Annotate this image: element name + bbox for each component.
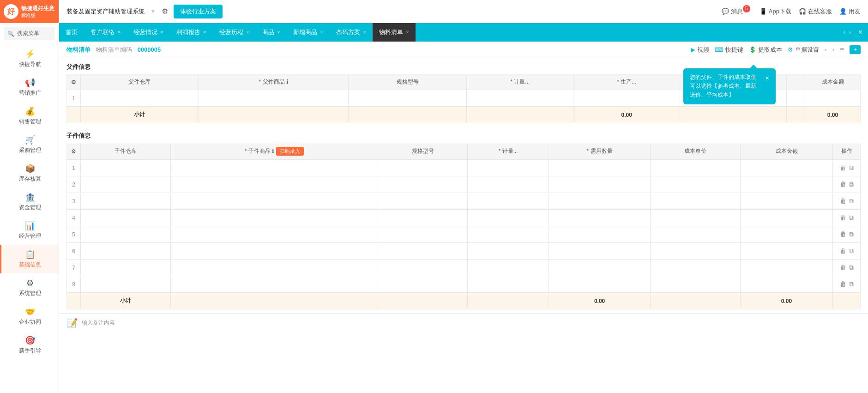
delete-row-button[interactable]: 🗑 [840,164,846,172]
message-button[interactable]: 💬 消息 5 [722,7,752,16]
parent-cell-spec[interactable] [349,90,467,107]
nav-next-arrow[interactable]: › [847,29,853,36]
nav-prev-btn[interactable]: ‹ [825,46,826,53]
settings-icon[interactable]: ⚙ [162,7,168,16]
child-cell-unit-cost[interactable] [651,260,741,276]
tab-profit[interactable]: 利润报告 × [170,23,213,42]
app-download-button[interactable]: 📱 App下载 [760,7,791,16]
tab-close-barcode[interactable]: × [363,29,366,36]
copy-row-button[interactable]: ⧉ [849,214,854,222]
tab-close-operations[interactable]: × [160,29,163,36]
child-cell-warehouse[interactable] [81,276,171,293]
sidebar-item-basic-info[interactable]: 📋 基础信息 [0,245,59,273]
copy-row-button[interactable]: ⧉ [849,230,854,238]
child-cell-goods[interactable] [170,210,378,226]
child-cell-warehouse[interactable] [81,260,171,276]
child-cell-qty[interactable] [549,176,650,193]
parent-cell-unit[interactable] [467,90,573,107]
tab-history[interactable]: 经营历程 × [213,23,256,42]
video-action[interactable]: ▶ 视频 [691,46,709,54]
child-cell-warehouse[interactable] [81,243,171,260]
child-cell-goods[interactable] [170,243,378,260]
tooltip-close-button[interactable]: × [766,73,769,83]
sidebar-item-quick-nav[interactable]: ⚡ 快捷导航 [0,44,59,73]
tab-close-new-goods[interactable]: × [320,29,323,36]
copy-row-button[interactable]: ⧉ [849,197,854,205]
nav-prev-arrow[interactable]: ‹ [842,29,847,36]
experience-button[interactable]: 体验行业方案 [174,5,223,18]
child-cell-unit[interactable] [468,210,549,226]
child-cell-qty[interactable] [549,276,650,293]
tab-operations[interactable]: 经营情况 × [127,23,170,42]
breadcrumb-bom[interactable]: 物料清单 [66,46,90,54]
child-cell-unit[interactable] [468,226,549,243]
child-cell-spec[interactable] [378,226,468,243]
child-cell-unit[interactable] [468,243,549,260]
sidebar-item-guide[interactable]: 🎯 新手引导 [0,331,59,359]
child-cell-qty[interactable] [549,243,650,260]
tab-close-goods[interactable]: × [277,29,280,36]
tab-bom[interactable]: 物料清单 × [373,23,416,42]
child-cell-warehouse[interactable] [81,210,171,226]
online-service-button[interactable]: 🎧 在线客服 [799,7,832,16]
child-cell-spec[interactable] [378,160,468,176]
child-cell-unit-cost[interactable] [651,276,741,293]
copy-row-button[interactable]: ⧉ [849,181,854,188]
nav-next-btn[interactable]: › [832,46,834,53]
child-cell-goods[interactable] [170,160,378,176]
copy-row-button[interactable]: ⧉ [849,247,854,255]
tab-goods[interactable]: 商品 × [256,23,287,42]
copy-row-button[interactable]: ⧉ [849,164,854,172]
child-cell-spec[interactable] [378,260,468,276]
child-cell-unit[interactable] [468,160,549,176]
child-cell-warehouse[interactable] [81,226,171,243]
tab-new-goods[interactable]: 新增商品 × [287,23,330,42]
delete-row-button[interactable]: 🗑 [840,247,846,255]
child-cell-unit[interactable] [468,176,549,193]
search-menu-button[interactable]: 🔍 搜索菜单 [4,27,55,40]
child-cell-qty[interactable] [549,193,650,210]
parent-cell-warehouse[interactable] [81,90,199,107]
add-record-btn[interactable]: + [850,45,861,54]
parent-cell-production[interactable] [573,90,680,107]
user-button[interactable]: 👤 用友 [839,7,861,16]
child-cell-unit-cost[interactable] [651,160,741,176]
delete-row-button[interactable]: 🗑 [840,214,846,222]
child-cell-warehouse[interactable] [81,160,171,176]
tab-home[interactable]: 首页 [59,23,84,42]
tab-close-profit[interactable]: × [203,29,206,36]
child-cell-unit-cost[interactable] [651,243,741,260]
extract-cost-action[interactable]: 💲 提取成本 [749,46,782,54]
scan-input-button[interactable]: 扫码录入 [276,147,304,156]
child-cell-unit-cost[interactable] [651,226,741,243]
child-cell-warehouse[interactable] [81,176,171,193]
delete-row-button[interactable]: 🗑 [840,280,846,288]
child-cell-qty[interactable] [549,260,650,276]
sidebar-item-inventory[interactable]: 📦 库存核算 [0,159,59,187]
sidebar-item-operations[interactable]: 📊 经营管理 [0,216,59,245]
parent-cell-goods[interactable] [199,90,349,107]
sidebar-item-system[interactable]: ⚙ 系统管理 [0,273,59,302]
child-cell-goods[interactable] [170,176,378,193]
child-cell-unit[interactable] [468,276,549,293]
child-cell-goods[interactable] [170,226,378,243]
delete-row-button[interactable]: 🗑 [840,230,846,238]
shortcut-action[interactable]: ⌨ 快捷键 [715,46,743,54]
sidebar-item-sales[interactable]: 💰 销售管理 [0,102,59,130]
child-cell-spec[interactable] [378,210,468,226]
child-cell-unit-cost[interactable] [651,210,741,226]
parent-col-settings[interactable]: ⚙ [67,74,81,90]
tab-barcode[interactable]: 条码方案 × [330,23,373,42]
child-cell-warehouse[interactable] [81,193,171,210]
delete-row-button[interactable]: 🗑 [840,264,846,272]
sidebar-item-enterprise[interactable]: 🤝 企业协同 [0,302,59,331]
tab-close-bom[interactable]: × [406,29,409,36]
child-cell-unit-cost[interactable] [651,193,741,210]
child-cell-unit-cost[interactable] [651,176,741,193]
list-view-btn[interactable]: ≡ [840,46,844,54]
sidebar-item-purchase[interactable]: 🛒 采购管理 [0,130,59,159]
sidebar-item-finance[interactable]: 🏦 资金管理 [0,187,59,216]
child-cell-qty[interactable] [549,210,650,226]
copy-row-button[interactable]: ⧉ [849,264,854,272]
child-cell-unit[interactable] [468,193,549,210]
